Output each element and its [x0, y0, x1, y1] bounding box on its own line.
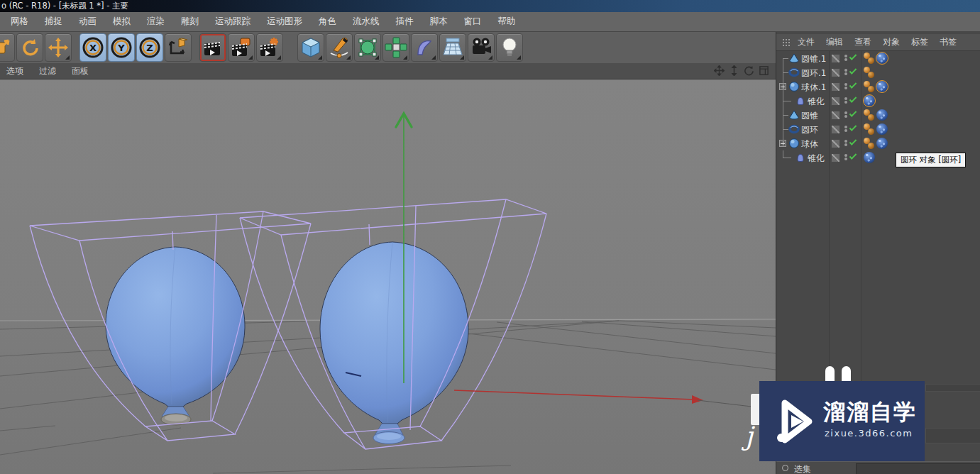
om-menu-view[interactable]: 查看 [854, 36, 871, 48]
om-menu-bookmarks[interactable]: 书签 [940, 36, 957, 48]
subdivision-surface-button[interactable] [354, 33, 381, 62]
title-bar[interactable]: o (RC - R18) - [未标题 1 *] - 主要 [0, 0, 980, 12]
enabled-check-icon[interactable] [849, 67, 857, 75]
selection-label: 选集 [794, 463, 811, 474]
expand-toggle[interactable] [779, 83, 786, 90]
om-menu-objects[interactable]: 对象 [883, 36, 900, 48]
object-row-cone[interactable]: 圆锥 [776, 108, 980, 122]
menu-mograph[interactable]: 运动图形 [263, 13, 306, 30]
lock-x-axis-button[interactable]: X [79, 33, 106, 62]
om-menu-file[interactable]: 文件 [798, 36, 815, 48]
menu-window[interactable]: 窗口 [461, 13, 485, 30]
visibility-dots[interactable] [844, 82, 847, 91]
phong-tag-icon[interactable] [864, 67, 875, 78]
camera-button[interactable] [468, 33, 495, 62]
layer-color-chip[interactable] [831, 111, 840, 120]
texture-tag-icon[interactable] [876, 138, 888, 149]
layer-color-chip[interactable] [831, 153, 840, 162]
pan-view-icon[interactable] [713, 65, 725, 77]
light-button[interactable] [496, 33, 523, 62]
menu-script[interactable]: 脚本 [426, 13, 451, 30]
object-row-taper1[interactable]: 锥化 [776, 94, 980, 108]
menu-help[interactable]: 帮助 [495, 13, 519, 30]
lock-y-axis-button[interactable]: Y [108, 33, 135, 62]
tooltip: 圆环 对象 [圆环] [896, 153, 966, 167]
viewport-tab-filter[interactable]: 过滤 [39, 65, 56, 77]
texture-tag-icon[interactable] [864, 152, 875, 163]
object-row-torus1[interactable]: 圆环.1 [776, 65, 980, 79]
menu-motion-tracker[interactable]: 运动跟踪 [211, 13, 254, 30]
panel-grip-icon[interactable] [782, 38, 791, 46]
render-view-button[interactable] [199, 33, 226, 62]
visibility-dots[interactable] [844, 138, 847, 148]
visibility-dots[interactable] [844, 110, 847, 119]
selection-radio-icon[interactable] [782, 465, 788, 471]
object-row-cone1[interactable]: 圆锥.1 [776, 51, 980, 65]
menu-mesh[interactable]: 网格 [7, 13, 32, 30]
texture-tag-icon[interactable] [864, 95, 875, 106]
om-menu-edit[interactable]: 编辑 [826, 36, 843, 48]
array-generator-button[interactable] [382, 33, 409, 62]
phong-tag-icon[interactable] [864, 123, 875, 135]
phong-tag-icon[interactable] [864, 81, 875, 92]
menu-plugins[interactable]: 插件 [392, 13, 417, 30]
object-row-sphere[interactable]: 球体 [776, 136, 980, 150]
menu-render[interactable]: 渲染 [143, 13, 168, 30]
lock-z-axis-button[interactable]: Z [136, 33, 163, 62]
render-to-picture-viewer-button[interactable] [228, 33, 255, 62]
visibility-dots[interactable] [844, 96, 847, 105]
rotate-tool-button[interactable] [16, 33, 43, 62]
layer-color-chip[interactable] [831, 125, 840, 134]
visibility-dots[interactable] [844, 53, 847, 62]
pen-icon [328, 36, 351, 59]
scale-tool-button[interactable] [0, 33, 15, 62]
enabled-check-icon[interactable] [849, 95, 857, 103]
phong-tag-icon[interactable] [864, 53, 875, 64]
selection-input[interactable] [856, 463, 980, 474]
menu-simulate[interactable]: 模拟 [109, 13, 134, 30]
bend-deformer-button[interactable] [411, 33, 438, 62]
enabled-check-icon[interactable] [849, 138, 857, 145]
phong-tag-icon[interactable] [864, 109, 875, 121]
om-menu-tags[interactable]: 标签 [911, 36, 928, 48]
texture-tag-icon[interactable] [876, 123, 888, 135]
visibility-dots[interactable] [844, 124, 847, 133]
enabled-check-icon[interactable] [849, 53, 857, 60]
expand-toggle[interactable] [779, 140, 786, 147]
enabled-check-icon[interactable] [849, 123, 857, 131]
texture-tag-icon[interactable] [876, 81, 888, 92]
move-tool-button[interactable] [45, 33, 72, 62]
zoom-view-icon[interactable] [728, 65, 740, 77]
toggle-single-view-icon[interactable] [758, 65, 770, 77]
layer-color-chip[interactable] [831, 54, 840, 63]
menu-animate[interactable]: 动画 [75, 13, 100, 30]
menu-snap[interactable]: 捕捉 [41, 13, 66, 30]
viewport-tab-options[interactable]: 选项 [6, 65, 23, 77]
floor-environment-button[interactable] [439, 33, 466, 62]
render-settings-button[interactable] [256, 33, 283, 62]
layer-color-chip[interactable] [831, 97, 840, 106]
phong-tag-icon[interactable] [864, 138, 875, 149]
visibility-dots[interactable] [844, 153, 847, 162]
object-row-sphere1[interactable]: 球体.1 [776, 79, 980, 94]
coordinate-system-button[interactable] [165, 33, 192, 62]
layer-color-chip[interactable] [831, 68, 840, 77]
menu-character[interactable]: 角色 [315, 13, 340, 30]
visibility-dots[interactable] [844, 67, 847, 77]
enabled-check-icon[interactable] [849, 152, 857, 160]
viewport-canvas[interactable] [0, 79, 776, 474]
texture-tag-icon[interactable] [876, 53, 888, 64]
menu-pipeline[interactable]: 流水线 [349, 13, 383, 30]
layer-color-chip[interactable] [831, 82, 840, 92]
viewport-tab-panel[interactable]: 面板 [72, 65, 89, 77]
rotate-view-icon[interactable] [743, 65, 755, 77]
enabled-check-icon[interactable] [849, 81, 857, 89]
spline-pen-button[interactable] [326, 33, 353, 62]
enabled-check-icon[interactable] [849, 109, 857, 117]
primitive-cube-button[interactable] [297, 33, 324, 62]
object-row-torus[interactable]: 圆环 [776, 122, 980, 136]
layer-color-chip[interactable] [831, 139, 840, 148]
sphere-icon [788, 81, 800, 92]
menu-sculpt[interactable]: 雕刻 [177, 13, 202, 30]
texture-tag-icon[interactable] [876, 109, 888, 121]
